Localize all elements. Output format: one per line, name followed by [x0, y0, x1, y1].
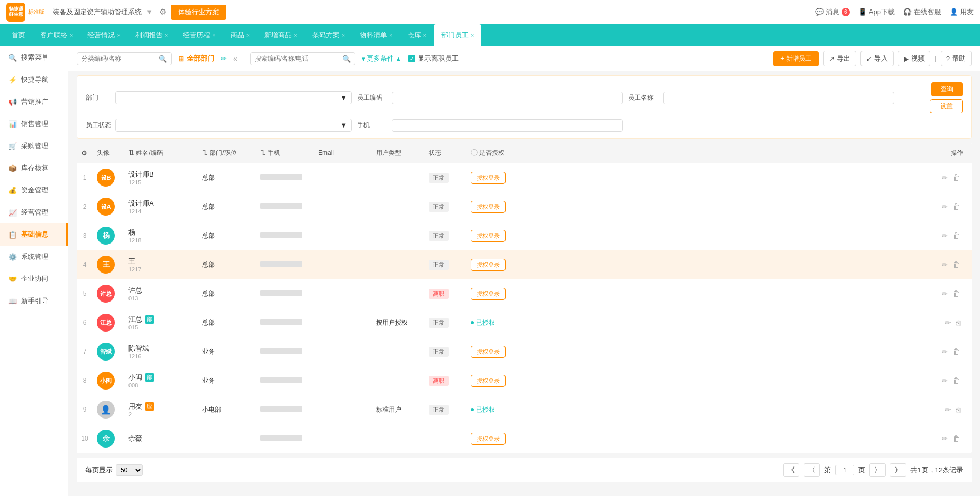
delete-icon[interactable]: 🗑: [953, 347, 960, 356]
search-button[interactable]: 查询: [931, 82, 963, 96]
add-employee-button[interactable]: + 新增员工: [773, 51, 818, 66]
edit-icon[interactable]: ✏: [942, 434, 948, 443]
col-settings[interactable]: ⚙: [77, 143, 93, 163]
auth-button[interactable]: 授权登录: [471, 288, 506, 300]
close-icon[interactable]: ×: [471, 32, 474, 38]
delete-icon[interactable]: 🗑: [953, 260, 960, 269]
col-dept-header[interactable]: ⇅ 部门/职位: [198, 143, 256, 163]
close-icon[interactable]: ×: [165, 32, 168, 38]
tab-bom[interactable]: 物料清单 ×: [352, 24, 400, 46]
delete-icon[interactable]: 🗑: [953, 173, 960, 182]
col-name-header[interactable]: ⇅ 姓名/编码: [124, 143, 198, 163]
sidebar-item-basic[interactable]: 📋 基础信息: [0, 223, 68, 246]
delete-icon[interactable]: 🗑: [953, 376, 960, 385]
empname-filter-input[interactable]: [663, 92, 894, 104]
prev-page-button[interactable]: 〈: [804, 463, 820, 477]
video-button[interactable]: ▶ 视频: [898, 51, 930, 66]
edit-icon[interactable]: ✏: [945, 405, 951, 414]
all-dept-btn[interactable]: ⊞ 全部部门: [178, 54, 214, 63]
close-icon[interactable]: ×: [389, 32, 392, 38]
delete-icon[interactable]: 🗑: [953, 289, 960, 298]
auth-button[interactable]: 授权登录: [471, 346, 506, 358]
close-icon[interactable]: ×: [212, 32, 215, 38]
sidebar-item-guide[interactable]: 📖 新手引导: [0, 290, 68, 312]
close-icon[interactable]: ×: [70, 32, 73, 38]
col-phone-header[interactable]: ⇅ 手机: [256, 143, 314, 163]
dept-select[interactable]: ▼: [115, 91, 352, 104]
auth-button[interactable]: 授权登录: [471, 230, 506, 242]
sidebar-item-quicknav[interactable]: ⚡ 快捷导航: [0, 69, 68, 91]
copy-icon[interactable]: ⎘: [956, 405, 960, 414]
sidebar-item-finance[interactable]: 💰 资金管理: [0, 179, 68, 201]
classify-search-input[interactable]: [82, 55, 159, 62]
show-resign-wrap[interactable]: ✓ 显示离职员工: [408, 54, 459, 63]
classify-search-icon[interactable]: 🔍: [159, 55, 167, 63]
close-icon[interactable]: ×: [117, 32, 120, 38]
auth-button[interactable]: 授权登录: [471, 172, 506, 184]
tab-home[interactable]: 首页: [4, 24, 33, 46]
status-select[interactable]: ▼: [115, 119, 352, 132]
first-page-button[interactable]: 《: [783, 463, 799, 477]
sidebar-item-marketing[interactable]: 📢 营销推广: [0, 91, 68, 113]
edit-icon[interactable]: ✏: [942, 347, 948, 356]
close-icon[interactable]: ×: [246, 32, 250, 38]
tab-barcode[interactable]: 条码方案 ×: [305, 24, 352, 46]
per-page-select[interactable]: 50 20 100: [116, 464, 143, 476]
edit-dept-icon[interactable]: ✏: [221, 54, 227, 63]
system-title-arrow[interactable]: ▼: [146, 8, 153, 16]
delete-icon[interactable]: 🗑: [953, 231, 960, 240]
close-icon[interactable]: ×: [423, 32, 427, 38]
help-button[interactable]: ? 帮助: [941, 51, 972, 66]
app-download-item[interactable]: 📱 App下载: [858, 7, 895, 17]
sidebar-item-collab[interactable]: 🤝 企业协同: [0, 268, 68, 290]
sidebar-item-operations[interactable]: 📈 经营管理: [0, 201, 68, 223]
show-resign-checkbox[interactable]: ✓: [408, 55, 415, 62]
tab-business[interactable]: 经营情况 ×: [80, 24, 127, 46]
page-input[interactable]: [835, 465, 854, 475]
auth-button[interactable]: 授权登录: [471, 433, 506, 445]
edit-icon[interactable]: ✏: [942, 376, 948, 385]
sidebar-item-search[interactable]: 🔍 搜索菜单: [0, 46, 68, 69]
edit-icon[interactable]: ✏: [942, 231, 948, 240]
tab-add-goods[interactable]: 新增商品 ×: [257, 24, 304, 46]
gear-icon[interactable]: ⚙: [159, 7, 166, 17]
emp-search-icon[interactable]: 🔍: [342, 55, 351, 63]
auth-button[interactable]: 授权登录: [471, 201, 506, 213]
close-icon[interactable]: ×: [342, 32, 345, 38]
sidebar-item-inventory[interactable]: 📦 库存核算: [0, 157, 68, 179]
close-icon[interactable]: ×: [294, 32, 297, 38]
collapse-icon[interactable]: «: [233, 54, 237, 63]
sidebar-item-purchase[interactable]: 🛒 采购管理: [0, 135, 68, 157]
tab-goods[interactable]: 商品 ×: [223, 24, 257, 46]
edit-icon[interactable]: ✏: [942, 289, 948, 298]
tab-profit[interactable]: 利润报告 ×: [128, 24, 175, 46]
next-page-button[interactable]: 〉: [869, 463, 886, 477]
copy-icon[interactable]: ⎘: [956, 318, 960, 327]
more-filter-btn[interactable]: ▾ 更多条件 ▲: [362, 54, 402, 63]
tab-process[interactable]: 经营历程 ×: [175, 24, 223, 46]
phone-filter-input[interactable]: [392, 119, 623, 132]
import-button[interactable]: ↙ 导入: [860, 51, 894, 66]
tab-warehouse[interactable]: 仓库 ×: [400, 24, 434, 46]
trial-button[interactable]: 体验行业方案: [171, 5, 226, 20]
sidebar-item-sales[interactable]: 📊 销售管理: [0, 113, 68, 135]
export-button[interactable]: ↗ 导出: [823, 51, 856, 66]
last-page-button[interactable]: 》: [890, 463, 906, 477]
empcode-filter-input[interactable]: [392, 92, 623, 104]
edit-icon[interactable]: ✏: [942, 260, 948, 269]
delete-icon[interactable]: 🗑: [953, 434, 960, 443]
auth-button[interactable]: 授权登录: [471, 375, 506, 387]
edit-icon[interactable]: ✏: [942, 202, 948, 211]
user-item[interactable]: 👤 用友: [949, 7, 974, 17]
delete-icon[interactable]: 🗑: [953, 202, 960, 211]
auth-button[interactable]: 授权登录: [471, 259, 506, 271]
sidebar-item-system[interactable]: ⚙️ 系统管理: [0, 246, 68, 268]
online-service-item[interactable]: 🎧 在线客服: [903, 7, 941, 17]
message-item[interactable]: 💬 消息 6: [815, 7, 850, 17]
tab-employees[interactable]: 部门员工 ×: [434, 24, 481, 46]
edit-icon[interactable]: ✏: [945, 318, 951, 327]
emp-search-input[interactable]: [255, 55, 342, 62]
edit-icon[interactable]: ✏: [942, 173, 948, 182]
tab-customer[interactable]: 客户联络 ×: [33, 24, 80, 46]
set-button[interactable]: 设置: [930, 99, 963, 113]
